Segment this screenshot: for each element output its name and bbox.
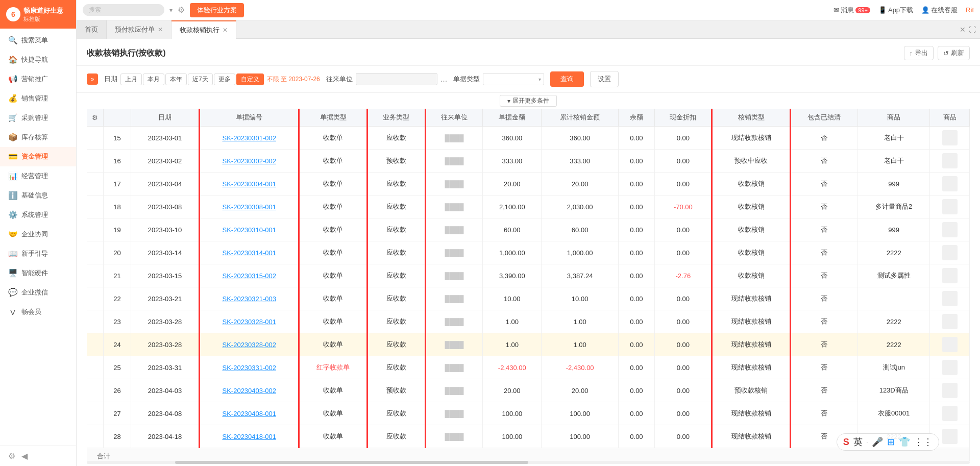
td-doc-no[interactable]: SK-20230328-002 [200, 333, 299, 356]
filter-query-button[interactable]: 查询 [550, 71, 584, 87]
td-doc-type: 收款单 [299, 379, 368, 402]
doc-no-link[interactable]: SK-20230408-001 [223, 410, 277, 418]
td-doc-no[interactable]: SK-20230331-002 [200, 356, 299, 379]
td-doc-no[interactable]: SK-20230328-001 [200, 310, 299, 333]
filter-expand-button[interactable]: » [87, 73, 98, 85]
ime-grid-icon[interactable]: ⊞ [887, 436, 895, 448]
filter-partner-input[interactable] [356, 73, 437, 85]
doc-no-link[interactable]: SK-20230301-002 [223, 134, 277, 142]
ime-text-icon[interactable]: 英 [853, 436, 863, 448]
td-product: 2222 [857, 333, 930, 356]
sidebar-item-wechat[interactable]: 💬 企业微信 [0, 283, 76, 302]
topbar-search[interactable]: 搜索 [83, 4, 164, 16]
horizontal-scrollbar[interactable] [175, 461, 528, 464]
filter-this-year[interactable]: 本年 [165, 73, 187, 85]
export-button[interactable]: ↑ 导出 [904, 46, 934, 60]
filter-more[interactable]: 更多 [214, 73, 235, 85]
filter-partner-more[interactable]: ... [440, 75, 447, 84]
sidebar-item-sales[interactable]: 💰 销售管理 [0, 89, 76, 108]
td-product: 999 [857, 218, 930, 241]
doc-no-link[interactable]: SK-20230321-003 [223, 295, 277, 303]
sidebar-item-operations[interactable]: 📊 经营管理 [0, 166, 76, 186]
sidebar-item-basic-info[interactable]: ℹ️ 基础信息 [0, 186, 76, 205]
td-doc-no[interactable]: SK-20230418-001 [200, 425, 299, 448]
tab-receipt-verify-close[interactable]: ✕ [223, 27, 228, 34]
doc-no-link[interactable]: SK-20230314-001 [223, 249, 277, 257]
td-amount: -2,430.00 [483, 356, 542, 379]
doc-no-link[interactable]: SK-20230308-001 [223, 203, 277, 211]
sidebar-item-marketing[interactable]: 📢 营销推广 [0, 69, 76, 89]
doc-no-link[interactable]: SK-20230328-002 [223, 341, 277, 349]
message-icon: ✉ [834, 6, 839, 14]
ime-logo[interactable]: S [843, 437, 849, 448]
th-settings[interactable]: ⚙ [87, 109, 104, 127]
doc-no-link[interactable]: SK-20230328-001 [223, 318, 277, 326]
td-cum-amount: 1.00 [542, 310, 618, 333]
system-icon: ⚙️ [8, 210, 17, 219]
tab-expand-icon[interactable]: ⛶ [969, 26, 976, 34]
doc-no-link[interactable]: SK-20230302-002 [223, 157, 277, 165]
doc-no-link[interactable]: SK-20230331-002 [223, 364, 277, 372]
td-doc-no[interactable]: SK-20230304-001 [200, 173, 299, 195]
collapse-icon[interactable]: ◀ [21, 451, 28, 461]
sidebar-item-search[interactable]: 🔍 搜索菜单 [0, 31, 76, 50]
td-doc-no[interactable]: SK-20230310-001 [200, 218, 299, 241]
td-doc-no[interactable]: SK-20230308-001 [200, 195, 299, 218]
topbar-dropdown-arrow[interactable]: ▾ [169, 7, 173, 14]
td-doc-type: 收款单 [299, 218, 368, 241]
ime-menu-icon[interactable]: ⋮⋮ [914, 436, 933, 448]
app-download-button[interactable]: 📱 App下载 [878, 6, 913, 15]
user-profile[interactable]: Rit [966, 6, 974, 14]
td-doc-no[interactable]: SK-20230301-002 [200, 127, 299, 150]
sidebar-item-enterprise[interactable]: 🤝 企业协同 [0, 225, 76, 244]
sidebar-item-quick-nav[interactable]: 🏠 快捷导航 [0, 50, 76, 69]
td-doc-no[interactable]: SK-20230315-002 [200, 264, 299, 287]
td-verify-type: 现结收款核销 [712, 333, 790, 356]
filter-custom[interactable]: 自定义 [236, 73, 264, 85]
tab-home[interactable]: 首页 [77, 20, 107, 39]
refresh-button[interactable]: ↺ 刷新 [938, 46, 970, 60]
sidebar-item-system[interactable]: ⚙️ 系统管理 [0, 205, 76, 225]
th-amount: 单据金额 [483, 109, 542, 127]
td-date: 2023-03-01 [131, 127, 199, 150]
topbar-gear-icon[interactable]: ⚙ [178, 5, 185, 15]
td-partner: ████ [425, 356, 482, 379]
tab-prepay-close[interactable]: ✕ [158, 26, 163, 33]
filter-doctype-select[interactable] [483, 73, 544, 85]
td-biz-type: 预收款 [367, 150, 425, 173]
tab-prepay[interactable]: 预付款应付单 ✕ [107, 20, 172, 39]
tab-close-all-icon[interactable]: ✕ [960, 26, 966, 34]
ime-dot-icon[interactable]: · [867, 440, 868, 445]
filter-settings-button[interactable]: 设置 [590, 71, 619, 87]
filter-7days[interactable]: 近7天 [188, 73, 213, 85]
td-doc-no[interactable]: SK-20230321-003 [200, 287, 299, 310]
td-doc-no[interactable]: SK-20230408-001 [200, 402, 299, 425]
sidebar-item-hardware[interactable]: 🖥️ 智能硬件 [0, 263, 76, 283]
sidebar-item-inventory[interactable]: 📦 库存核算 [0, 128, 76, 147]
page: 收款核销执行(按收款) ↑ 导出 ↺ 刷新 » 日期 上月 本月 本 [77, 39, 980, 466]
td-doc-no[interactable]: SK-20230314-001 [200, 241, 299, 264]
filter-this-month[interactable]: 本月 [143, 73, 164, 85]
ime-shirt-icon[interactable]: 👕 [899, 436, 910, 448]
message-button[interactable]: ✉ 消息 99+ [834, 6, 870, 15]
doc-no-link[interactable]: SK-20230403-002 [223, 387, 277, 395]
doc-no-link[interactable]: SK-20230304-001 [223, 180, 277, 188]
tab-receipt-verify[interactable]: 收款核销执行 ✕ [172, 20, 236, 39]
sidebar-item-guide[interactable]: 📖 新手引导 [0, 244, 76, 263]
solution-button[interactable]: 体验行业方案 [190, 3, 244, 17]
td-product-img [930, 195, 970, 218]
td-doc-no[interactable]: SK-20230403-002 [200, 379, 299, 402]
sidebar-item-member[interactable]: V 畅会员 [0, 302, 76, 322]
table-container[interactable]: ⚙ 日期 单据编号 单据类型 业务类型 往来单位 单据金额 累计核销金额 余额 … [77, 109, 980, 461]
filter-last-month[interactable]: 上月 [120, 73, 142, 85]
sidebar-item-finance[interactable]: 💳 资金管理 [0, 147, 76, 166]
doc-no-link[interactable]: SK-20230418-001 [223, 433, 277, 440]
ime-mic-icon[interactable]: 🎤 [872, 436, 883, 448]
doc-no-link[interactable]: SK-20230310-001 [223, 226, 277, 234]
doc-no-link[interactable]: SK-20230315-002 [223, 272, 277, 280]
filter-expand-more-button[interactable]: ▾ 展开更多条件 [500, 95, 557, 107]
settings-icon[interactable]: ⚙ [8, 451, 15, 461]
sidebar-item-purchase[interactable]: 🛒 采购管理 [0, 108, 76, 128]
online-service-button[interactable]: 👤 在线客服 [921, 6, 958, 15]
td-doc-no[interactable]: SK-20230302-002 [200, 150, 299, 173]
